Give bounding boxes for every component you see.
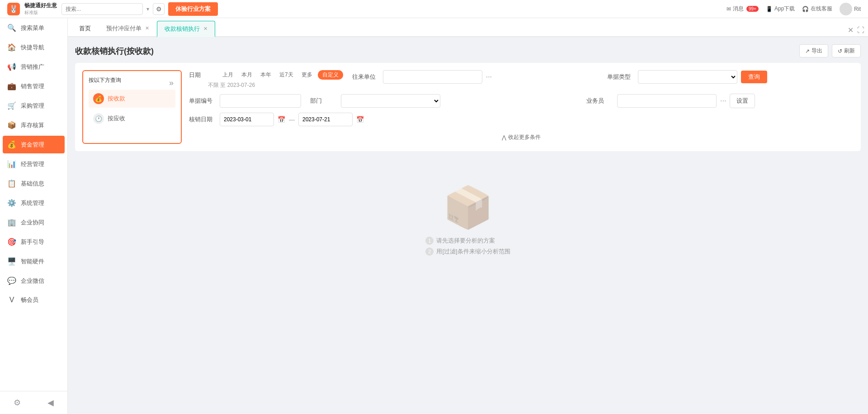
- filter-collapse-icon[interactable]: »: [167, 76, 175, 90]
- sidebar-item-finance[interactable]: 💰 资金管理: [3, 136, 65, 153]
- tab-receivable-label: 收款核销执行: [165, 25, 200, 33]
- shortcut-this-month[interactable]: 本月: [239, 70, 255, 80]
- shortcut-custom[interactable]: 自定义: [318, 70, 343, 80]
- sidebar-item-member[interactable]: V 畅会员: [0, 290, 67, 309]
- tab-receivable-close[interactable]: ✕: [203, 26, 208, 32]
- close-tab-icon[interactable]: ✕: [848, 26, 854, 34]
- shortcut-last-month[interactable]: 上月: [220, 70, 236, 80]
- user-name: Rit: [854, 6, 861, 12]
- calendar-end-icon[interactable]: 📅: [356, 116, 364, 123]
- verify-date-end-input[interactable]: [298, 113, 353, 126]
- page-title: 收款核销执行(按收款): [75, 46, 154, 57]
- date-shortcuts: 上月 本月 本年 近7天 更多 自定义: [220, 70, 343, 80]
- counterparty-dots-icon[interactable]: ···: [486, 73, 492, 81]
- tab-bar-actions: ✕ ⛶: [848, 26, 864, 36]
- empty-illustration: 📦: [443, 184, 493, 231]
- clipboard-icon: 📋: [7, 179, 16, 188]
- department-select[interactable]: [341, 94, 440, 108]
- sidebar-item-guide[interactable]: 🎯 新手引导: [0, 232, 67, 252]
- settings-bottom-icon[interactable]: ⚙: [11, 395, 24, 410]
- collapse-sidebar-icon[interactable]: ◀: [45, 395, 57, 410]
- user-area[interactable]: Rit: [840, 3, 861, 15]
- sidebar-item-quick-nav[interactable]: 🏠 快捷导航: [0, 38, 67, 57]
- expand-icon[interactable]: ⛶: [857, 26, 864, 34]
- sidebar-item-system[interactable]: ⚙️ 系统管理: [0, 193, 67, 213]
- tab-home-label: 首页: [79, 24, 91, 33]
- user-avatar: [840, 3, 852, 15]
- page-header: 收款核销执行(按收款) ↗ 导出 ↺ 刷新: [75, 44, 861, 57]
- sidebar-item-inventory[interactable]: 📦 库存核算: [0, 115, 67, 135]
- tab-home[interactable]: 首页: [71, 20, 99, 36]
- refresh-button[interactable]: ↺ 刷新: [832, 44, 861, 57]
- filter-option-receivable[interactable]: 🕐 按应收: [89, 109, 175, 128]
- receivable-option-label: 按应收: [108, 114, 125, 123]
- counterparty-label: 往来单位: [352, 73, 379, 81]
- sidebar-item-basic-info[interactable]: 📋 基础信息: [0, 174, 67, 193]
- tab-receivable[interactable]: 收款核销执行 ✕: [157, 21, 215, 37]
- setting-button[interactable]: 设置: [730, 94, 755, 108]
- message-btn[interactable]: ✉ 消息 99+: [726, 5, 759, 13]
- sidebar-item-enterprise[interactable]: 🏢 企业协同: [0, 213, 67, 232]
- money-icon: 💰: [7, 140, 16, 149]
- shortcut-this-year[interactable]: 本年: [258, 70, 274, 80]
- page-actions: ↗ 导出 ↺ 刷新: [799, 44, 861, 57]
- step1-num: 1: [425, 237, 434, 245]
- target-icon: 🎯: [7, 238, 16, 246]
- sidebar-item-label: 企业协同: [21, 219, 44, 227]
- step1-label: 请先选择要分析的方案: [436, 237, 495, 245]
- sidebar-item-label: 快捷导航: [21, 43, 44, 52]
- doc-type-label: 单据类型: [607, 73, 634, 81]
- sidebar-item-label: 畅会员: [21, 296, 38, 304]
- collapse-more-btn[interactable]: ⋀ 收起更多条件: [189, 131, 854, 144]
- sidebar-item-search[interactable]: 🔍 搜索菜单: [0, 18, 67, 38]
- staff-dots-icon[interactable]: ···: [720, 97, 726, 105]
- sidebar-item-marketing[interactable]: 📢 营销推广: [0, 57, 67, 76]
- sidebar-item-label: 经营管理: [21, 160, 44, 168]
- staff-input[interactable]: [617, 94, 717, 108]
- vip-icon: V: [7, 296, 16, 304]
- sidebar-item-sales[interactable]: 💼 销售管理: [0, 76, 67, 96]
- calendar-start-icon[interactable]: 📅: [278, 116, 285, 123]
- cart-icon: 🛒: [7, 101, 16, 110]
- shortcut-last7days[interactable]: 近7天: [277, 70, 296, 80]
- app-download-label: App下载: [774, 5, 795, 13]
- wechat-icon: 💬: [7, 276, 16, 285]
- megaphone-icon: 📢: [7, 62, 16, 71]
- staff-field: 业务员 ··· 设置: [586, 94, 854, 108]
- shortcut-more[interactable]: 更多: [299, 70, 315, 80]
- doc-num-input[interactable]: [220, 94, 301, 108]
- export-icon: ↗: [805, 48, 810, 54]
- top-bar-right: ✉ 消息 99+ 📱 App下载 🎧 在线客服 Rit: [726, 3, 861, 15]
- empty-step2: 2 用[过滤]条件来缩小分析范围: [425, 247, 510, 256]
- export-button[interactable]: ↗ 导出: [799, 44, 828, 57]
- online-service-btn[interactable]: 🎧 在线客服: [802, 5, 832, 13]
- sidebar-item-operations[interactable]: 📊 经营管理: [0, 154, 67, 174]
- message-icon: ✉: [726, 6, 731, 12]
- filter-option-receipt[interactable]: 💰 按收款: [89, 90, 175, 108]
- app-download-btn[interactable]: 📱 App下载: [766, 5, 795, 13]
- tab-prepay[interactable]: 预付冲应付单 ✕: [99, 20, 157, 36]
- sidebar-item-label: 基础信息: [21, 180, 44, 188]
- verify-date-label: 核销日期: [189, 115, 216, 124]
- global-search-input[interactable]: [61, 3, 143, 15]
- query-button[interactable]: 查询: [741, 71, 767, 83]
- doc-type-select[interactable]: [638, 70, 737, 84]
- date-range-display: 不限 至 2023-07-26: [208, 82, 255, 88]
- department-label: 部门: [310, 97, 337, 105]
- counterparty-input[interactable]: [383, 70, 482, 84]
- empty-step1: 1 请先选择要分析的方案: [425, 237, 510, 245]
- empty-text: 1 请先选择要分析的方案 2 用[过滤]条件来缩小分析范围: [425, 237, 510, 256]
- gear-icon[interactable]: ⚙: [153, 3, 165, 15]
- tab-prepay-close[interactable]: ✕: [145, 25, 149, 31]
- solution-button[interactable]: 休验行业方案: [168, 2, 218, 16]
- sidebar-item-label: 企业微信: [21, 277, 44, 285]
- sidebar-item-purchase[interactable]: 🛒 采购管理: [0, 96, 67, 115]
- brand: 畅捷通好生意 标准版: [24, 2, 57, 16]
- collapse-more-label: 收起更多条件: [508, 133, 541, 141]
- sidebar-item-wechat[interactable]: 💬 企业微信: [0, 271, 67, 290]
- sidebar-item-label: 采购管理: [21, 102, 44, 110]
- verify-date-start-input[interactable]: [220, 113, 274, 126]
- system-icon: ⚙️: [7, 199, 16, 207]
- doc-type-field: 单据类型 查询: [607, 70, 854, 84]
- sidebar-item-smart-hw[interactable]: 🖥️ 智能硬件: [0, 252, 67, 271]
